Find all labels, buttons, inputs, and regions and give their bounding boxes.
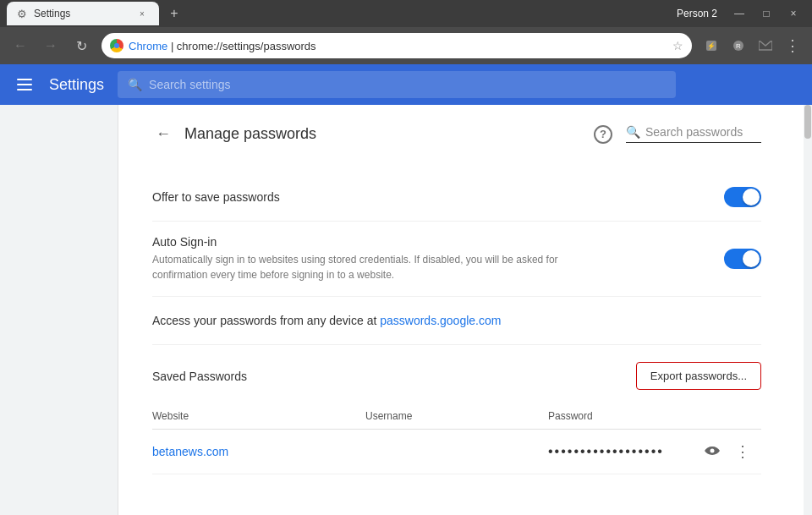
offer-to-save-row: Offer to save passwords — [152, 173, 761, 222]
manage-passwords-right: ? 🔍 — [594, 125, 761, 144]
person-label: Person 2 — [677, 8, 717, 19]
content-area: ← Manage passwords ? 🔍 Offer to save pas… — [118, 105, 812, 515]
forward-button[interactable]: → — [37, 32, 64, 59]
col-header-actions — [700, 403, 761, 430]
offer-to-save-toggle[interactable] — [724, 187, 761, 207]
access-line-text: Access your passwords from any device at — [152, 314, 380, 327]
manage-passwords-left: ← Manage passwords — [152, 122, 316, 146]
extension-icon-3[interactable] — [753, 33, 778, 58]
svg-point-4 — [710, 449, 715, 453]
tab-settings-icon: ⚙ — [17, 8, 27, 20]
menu-button[interactable]: ⋮ — [780, 33, 805, 58]
eye-icon — [705, 447, 720, 457]
active-tab[interactable]: ⚙ Settings × — [7, 2, 159, 25]
password-dots: •••••••••••••••••• — [548, 444, 664, 458]
saved-passwords-label: Saved Passwords — [152, 370, 247, 383]
extension-icon-2[interactable]: R — [726, 33, 751, 58]
manage-passwords-title: Manage passwords — [184, 125, 316, 143]
manage-passwords-header: ← Manage passwords ? 🔍 — [152, 122, 761, 146]
passwords-table-head: Website Username Password — [152, 403, 761, 430]
address-bar[interactable]: Chrome | chrome://settings/passwords ☆ — [102, 33, 692, 58]
tab-title: Settings — [34, 8, 70, 19]
saved-passwords-header: Saved Passwords Export passwords... — [152, 362, 761, 390]
passwords-google-link[interactable]: passwords.google.com — [380, 314, 501, 327]
access-line: Access your passwords from any device at… — [152, 297, 761, 345]
passwords-table-header-row: Website Username Password — [152, 403, 761, 430]
betanews-link[interactable]: betanews.com — [152, 445, 228, 458]
search-passwords-icon: 🔍 — [626, 125, 640, 139]
passwords-table-body: betanews.com •••••••••••••••••• — [152, 430, 761, 474]
col-header-password: Password — [548, 403, 700, 430]
search-passwords-wrap: 🔍 — [626, 125, 761, 143]
password-actions: ⋮ — [700, 440, 754, 463]
settings-header: Settings 🔍 — [0, 64, 812, 105]
search-passwords-input[interactable] — [645, 125, 755, 139]
col-header-username: Username — [365, 403, 548, 430]
hamburger-line-2 — [17, 84, 32, 85]
minimize-button[interactable]: — — [727, 2, 751, 25]
settings-search-bar[interactable]: 🔍 — [118, 71, 676, 98]
password-row-username — [365, 430, 548, 474]
person-button[interactable]: Person 2 — [670, 6, 724, 21]
show-password-button[interactable] — [700, 440, 724, 463]
extension-icon-1[interactable]: ⚡ — [699, 33, 724, 58]
help-button[interactable]: ? — [594, 125, 612, 144]
saved-passwords-section: Saved Passwords Export passwords... Webs… — [152, 345, 761, 474]
auto-signin-toggle-knob — [743, 250, 760, 267]
auto-signin-row: Auto Sign-in Automatically sign in to we… — [152, 222, 761, 297]
passwords-table: Website Username Password betanews.com — [152, 403, 761, 474]
settings-search-icon: 🔍 — [128, 78, 142, 91]
export-passwords-button[interactable]: Export passwords... — [636, 362, 761, 390]
back-button[interactable]: ← — [7, 32, 34, 59]
offer-to-save-inner: Offer to save passwords — [152, 187, 761, 207]
col-header-website: Website — [152, 403, 365, 430]
password-row-password: •••••••••••••••••• — [548, 430, 700, 474]
password-more-button[interactable]: ⋮ — [731, 440, 754, 463]
password-row-actions: ⋮ — [700, 430, 761, 474]
svg-text:⚡: ⚡ — [707, 41, 716, 50]
offer-to-save-label: Offer to save passwords — [152, 190, 280, 204]
manage-passwords-back-button[interactable]: ← — [152, 122, 174, 146]
settings-title: Settings — [49, 76, 104, 94]
bookmark-star-icon[interactable]: ☆ — [672, 39, 683, 52]
scrollbar-track[interactable] — [804, 105, 812, 515]
hamburger-line-3 — [17, 89, 32, 90]
chrome-logo-icon — [110, 39, 123, 52]
content-inner: ← Manage passwords ? 🔍 Offer to save pas… — [118, 105, 795, 491]
auto-signin-label: Auto Sign-in — [152, 235, 575, 249]
browser-toolbar: ← → ↻ Chrome | chrome://settings/passwor… — [0, 27, 812, 64]
auto-signin-text: Auto Sign-in Automatically sign in to we… — [152, 235, 575, 282]
offer-to-save-toggle-knob — [743, 189, 760, 205]
sidebar — [0, 105, 118, 515]
table-row: betanews.com •••••••••••••••••• — [152, 430, 761, 474]
settings-search-input[interactable] — [149, 78, 666, 91]
svg-text:R: R — [736, 42, 741, 50]
scrollbar-thumb[interactable] — [804, 105, 811, 139]
address-text: Chrome | chrome://settings/passwords — [129, 40, 667, 52]
tab-close-button[interactable]: × — [135, 7, 149, 20]
address-chrome-label: Chrome — [129, 40, 167, 52]
hamburger-button[interactable] — [14, 75, 36, 94]
auto-signin-desc: Automatically sign in to websites using … — [152, 252, 575, 282]
toolbar-extensions: ⚡ R ⋮ — [699, 33, 805, 58]
titlebar-left: ⚙ Settings × + — [7, 2, 186, 25]
address-url: | chrome://settings/passwords — [171, 40, 316, 52]
refresh-button[interactable]: ↻ — [68, 32, 95, 59]
auto-signin-toggle[interactable] — [724, 249, 761, 269]
new-tab-button[interactable]: + — [162, 2, 186, 25]
close-button[interactable]: × — [782, 2, 805, 25]
auto-signin-inner: Auto Sign-in Automatically sign in to we… — [152, 235, 761, 282]
hamburger-line-1 — [17, 79, 32, 80]
titlebar: ⚙ Settings × + Person 2 — □ × — [0, 0, 812, 27]
maximize-button[interactable]: □ — [754, 2, 778, 25]
password-row-website: betanews.com — [152, 430, 365, 474]
main-layout: ← Manage passwords ? 🔍 Offer to save pas… — [0, 105, 812, 515]
titlebar-right: Person 2 — □ × — [670, 2, 805, 25]
